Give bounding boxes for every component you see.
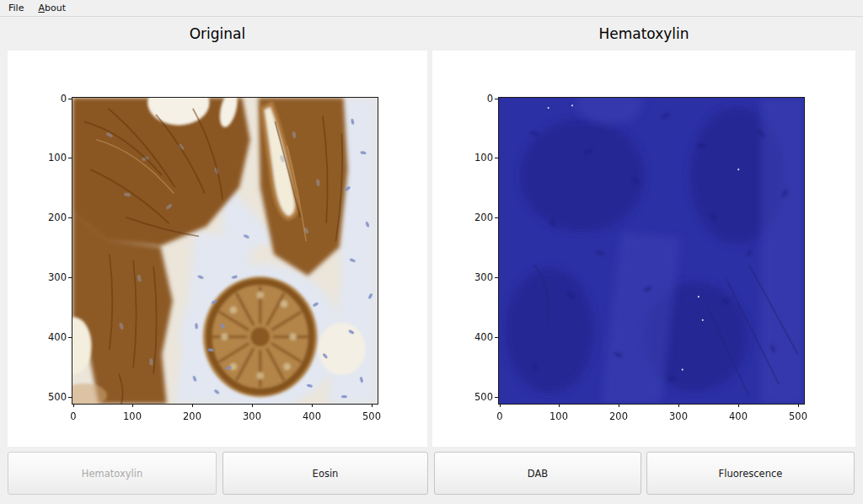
x-tick-label: 200 [609, 410, 628, 422]
hematoxylin-canvas: 0 100 200 300 400 500 0 100 200 300 400 … [432, 51, 855, 447]
x-tick-label: 500 [362, 410, 381, 422]
y-tick-mark [495, 337, 498, 338]
y-tick-mark [495, 397, 498, 398]
hematoxylin-channel-image [499, 98, 804, 404]
x-tick-label: 100 [123, 410, 142, 422]
y-tick-mark [68, 337, 72, 338]
x-tick-mark [312, 404, 313, 407]
y-tick-label: 200 [459, 212, 493, 223]
x-tick-mark [559, 404, 560, 407]
y-tick-label: 300 [33, 271, 67, 283]
y-tick-mark [495, 217, 498, 218]
y-tick-label: 100 [33, 152, 67, 164]
y-tick-mark [68, 217, 72, 218]
y-tick-mark [68, 99, 72, 99]
x-tick-label: 100 [549, 410, 568, 422]
x-tick-label: 0 [70, 410, 76, 422]
menu-file[interactable]: File [8, 3, 24, 13]
x-tick-label: 0 [496, 410, 502, 422]
y-tick-label: 100 [459, 152, 493, 164]
x-tick-mark [678, 404, 679, 407]
hematoxylin-button: Hematoxylin [8, 452, 217, 495]
y-tick-label: 500 [459, 391, 493, 403]
y-tick-mark [495, 99, 498, 99]
x-tick-mark [252, 404, 253, 407]
app-window: File About Original Hematoxylin [0, 0, 863, 504]
original-plot: 0 100 200 300 400 500 0 100 200 300 400 … [72, 97, 378, 405]
y-tick-label: 500 [33, 391, 67, 403]
y-tick-mark [495, 277, 498, 278]
x-tick-label: 400 [729, 410, 748, 422]
y-tick-label: 0 [459, 93, 493, 105]
x-tick-label: 500 [789, 410, 807, 422]
menu-about-accelerator: A [38, 3, 45, 13]
y-tick-label: 300 [459, 271, 493, 283]
y-tick-mark [68, 277, 72, 278]
x-tick-label: 300 [669, 410, 688, 422]
original-canvas: 0 100 200 300 400 500 0 100 200 300 400 … [8, 51, 427, 447]
y-tick-label: 0 [33, 93, 67, 105]
x-tick-mark [500, 404, 501, 407]
dab-button[interactable]: DAB [434, 452, 641, 495]
x-tick-label: 400 [303, 410, 321, 422]
x-tick-label: 200 [183, 410, 201, 422]
menu-about-label-rest: bout [45, 3, 66, 13]
x-tick-mark [619, 404, 619, 407]
fluorescence-button[interactable]: Fluorescence [646, 452, 855, 495]
y-tick-mark [495, 158, 498, 158]
original-tissue-image [72, 98, 378, 404]
menu-bar: File About [0, 0, 863, 17]
panel-title-hematoxylin: Hematoxylin [432, 25, 855, 42]
y-tick-mark [68, 158, 72, 158]
x-tick-mark [73, 404, 74, 407]
y-tick-label: 400 [33, 331, 67, 343]
x-tick-mark [738, 404, 739, 407]
hematoxylin-plot: 0 100 200 300 400 500 0 100 200 300 400 … [498, 97, 805, 405]
y-tick-label: 400 [459, 331, 493, 343]
panel-title-original: Original [8, 25, 427, 42]
x-tick-label: 300 [243, 410, 261, 422]
y-tick-mark [68, 397, 72, 398]
y-tick-label: 200 [33, 212, 67, 223]
x-tick-mark [372, 404, 373, 407]
eosin-button[interactable]: Eosin [222, 452, 428, 495]
x-tick-mark [798, 404, 799, 407]
x-tick-mark [192, 404, 193, 407]
x-tick-mark [132, 404, 133, 407]
menu-about[interactable]: About [38, 3, 66, 13]
